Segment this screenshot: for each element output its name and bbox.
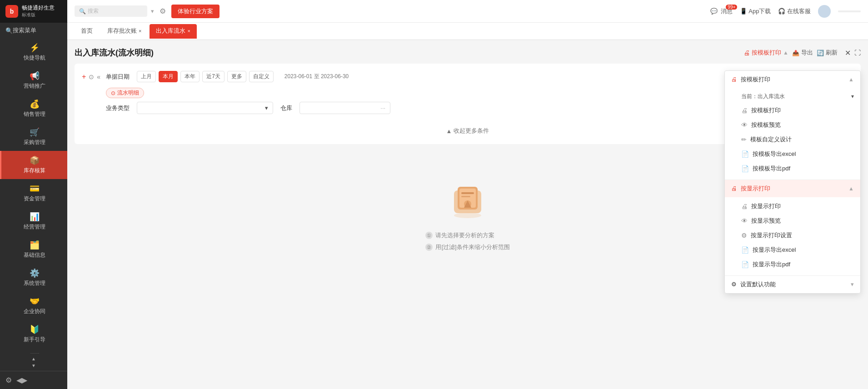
display-export-pdf-item[interactable]: 📄 按显示导出pdf (725, 257, 860, 272)
sidebar-item-basic[interactable]: 🗂️ 基础信息 (0, 235, 67, 264)
filter-type-row: ⊙ 流水明细 (106, 88, 818, 98)
inventory-icon: 📦 (30, 155, 40, 165)
set-default-chevron: ▾ (851, 281, 854, 288)
topbar-left: 🔍 搜索 ▾ ⚙ 体验行业方案 (75, 5, 707, 18)
expand-window-icon[interactable]: ⛶ (854, 49, 861, 56)
filter-chip[interactable]: ⊙ 流水明细 (106, 88, 144, 98)
collapse-sidebar-icon[interactable]: ◀▶ (16, 376, 27, 384)
page-header: 出入库流水(流水明细) 🖨 按模板打印 ▲ 📤 导出 🔄 刷新 (75, 47, 861, 58)
message-area[interactable]: 💬 99+ 消息 (710, 7, 733, 15)
sidebar-item-operation[interactable]: 📊 经营管理 (0, 207, 67, 235)
filter-tag-current-year[interactable]: 本年 (180, 71, 200, 82)
sidebar-item-marketing[interactable]: 📢 营销推广 (0, 66, 67, 95)
company-icon: 🤝 (30, 296, 40, 306)
topbar-gear-icon[interactable]: ⚙ (160, 7, 166, 15)
sidebar-search[interactable]: 🔍 搜索菜单 (0, 23, 67, 38)
template-print-item-label: 按模板打印 (751, 106, 781, 115)
empty-tip-2: ② 用[过滤]条件来缩小分析范围 (425, 241, 509, 253)
filter-tag-more[interactable]: 更多 (227, 71, 246, 82)
sales-icon: 💰 (30, 99, 40, 109)
filter-tag-current-month[interactable]: 本月 (159, 71, 178, 82)
filter-collapse-icon[interactable]: « (97, 73, 100, 80)
message-icon: 💬 (710, 8, 718, 15)
display-print-item[interactable]: 🖨 按显示打印 (725, 199, 860, 214)
tab-home[interactable]: 首页 (75, 24, 99, 39)
filter-tag-last-7[interactable]: 近7天 (202, 71, 224, 82)
sidebar-item-quick-nav[interactable]: ⚡ 快捷导航 (0, 38, 67, 66)
tab-flow-close[interactable]: × (187, 28, 190, 34)
page-title: 出入库流水(流水明细) (75, 47, 154, 58)
filter-biz-select[interactable]: ▾ (137, 102, 273, 114)
sidebar-item-label: 新手引导 (24, 336, 45, 344)
sidebar-item-label: 资金管理 (24, 195, 45, 203)
refresh-btn[interactable]: 🔄 刷新 (817, 49, 838, 57)
template-chevron-up-icon[interactable]: ▲ (848, 76, 854, 83)
sidebar-item-appstore[interactable]: 🔲 应用中心 (0, 348, 67, 354)
scroll-down-btn[interactable]: ▼ (30, 362, 37, 369)
sidebar: b 畅捷通好生意 标准版 🔍 搜索菜单 ⚡ 快捷导航 📢 营销推广 💰 销售管理… (0, 0, 67, 389)
template-export-pdf-item[interactable]: 📄 按模板导出pdf (725, 161, 860, 176)
filter-warehouse-select[interactable]: ··· (299, 102, 390, 114)
display-section: 🖨 按显示打印 ▲ 🖨 按显示打印 👁 (725, 180, 860, 276)
sidebar-item-sales[interactable]: 💰 销售管理 (0, 95, 67, 123)
user-avatar[interactable] (818, 5, 831, 18)
display-export-pdf-label: 按显示导出pdf (753, 260, 790, 269)
close-window-icon[interactable]: ✕ (845, 49, 851, 57)
template-sub: 当前：出入库流水 ▾ 🖨 按模板打印 👁 按模板预览 (725, 88, 860, 180)
template-print-item[interactable]: 🖨 按模板打印 (725, 103, 860, 118)
sidebar-item-guide[interactable]: 🔰 新手引导 (0, 320, 67, 348)
filter-date-range: 2023-06-01 至 2023-06-30 (284, 73, 349, 80)
tab-batch[interactable]: 库存批次账 × (101, 24, 148, 39)
app-download[interactable]: 📱 App下载 (740, 7, 771, 15)
display-header[interactable]: 🖨 按显示打印 ▲ (725, 180, 860, 197)
empty-tip-1: ① 请先选择要分析的方案 (425, 229, 509, 241)
template-export-excel-item[interactable]: 📄 按模板导出excel (725, 147, 860, 161)
online-service-icon: 🎧 (778, 8, 785, 15)
print-template-btn[interactable]: 按模板打印 (752, 49, 781, 57)
tab-flow-label: 出入库流水 (156, 27, 185, 35)
set-default-row[interactable]: ⚙ 设置默认功能 ▾ (725, 276, 860, 293)
filter-add-icon[interactable]: + (82, 73, 86, 81)
template-preview-item-icon: 👁 (741, 121, 748, 129)
topbar-search[interactable]: 🔍 搜索 (75, 5, 147, 17)
sidebar-item-finance[interactable]: 💳 资金管理 (0, 179, 67, 207)
online-service[interactable]: 🎧 在线客服 (778, 7, 811, 15)
industry-btn[interactable]: 体验行业方案 (171, 5, 219, 18)
basic-icon: 🗂️ (30, 240, 40, 250)
display-chevron-icon[interactable]: ▲ (848, 185, 854, 192)
export-label: 导出 (801, 49, 813, 57)
display-preview-item[interactable]: 👁 按显示预览 (725, 214, 860, 228)
svg-rect-5 (461, 196, 470, 197)
refresh-icon: 🔄 (817, 50, 824, 56)
filter-settings-icon[interactable]: ⊙ (89, 73, 94, 80)
export-btn[interactable]: 📤 导出 (792, 49, 813, 57)
display-preview-item-icon: 👁 (741, 217, 748, 224)
svg-rect-4 (461, 192, 474, 194)
filter-warehouse-dots[interactable]: ··· (380, 105, 385, 111)
template-print-header-icon: 🖨 (731, 76, 737, 83)
template-export-pdf-icon: 📄 (741, 165, 749, 172)
app-download-icon: 📱 (740, 8, 747, 15)
template-preview-item[interactable]: 👁 按模板预览 (725, 118, 860, 132)
tip-text-1: 请先选择要分析的方案 (435, 229, 494, 241)
tab-flow[interactable]: 出入库流水 × (150, 24, 196, 39)
sidebar-item-system[interactable]: ⚙️ 系统管理 (0, 264, 67, 292)
sidebar-item-company[interactable]: 🤝 企业协同 (0, 292, 67, 320)
chevron-up-icon[interactable]: ▲ (783, 50, 788, 56)
tab-batch-close[interactable]: × (139, 28, 141, 34)
display-print-settings-item[interactable]: ⚙ 按显示打印设置 (725, 228, 860, 243)
sidebar-item-label: 采购管理 (24, 139, 45, 146)
sidebar-item-purchase[interactable]: 🛒 采购管理 (0, 123, 67, 151)
template-header[interactable]: 🖨 按模板打印 ▲ (725, 71, 860, 88)
template-print-header-label: 按模板打印 (741, 75, 770, 84)
current-template[interactable]: 当前：出入库流水 ▾ (725, 90, 860, 103)
filter-tag-last-month[interactable]: 上月 (137, 71, 156, 82)
finance-icon: 💳 (30, 184, 40, 194)
settings-bottom-icon[interactable]: ⚙ (5, 376, 12, 384)
template-customize-item-label: 模板自定义设计 (750, 135, 792, 144)
display-export-excel-item[interactable]: 📄 按显示导出excel (725, 243, 860, 257)
scroll-up-btn[interactable]: ▲ (30, 355, 37, 362)
filter-tag-custom[interactable]: 自定义 (249, 71, 274, 82)
template-customize-item[interactable]: ✏ 模板自定义设计 (725, 132, 860, 147)
sidebar-item-inventory[interactable]: 📦 库存核算 (0, 151, 67, 179)
